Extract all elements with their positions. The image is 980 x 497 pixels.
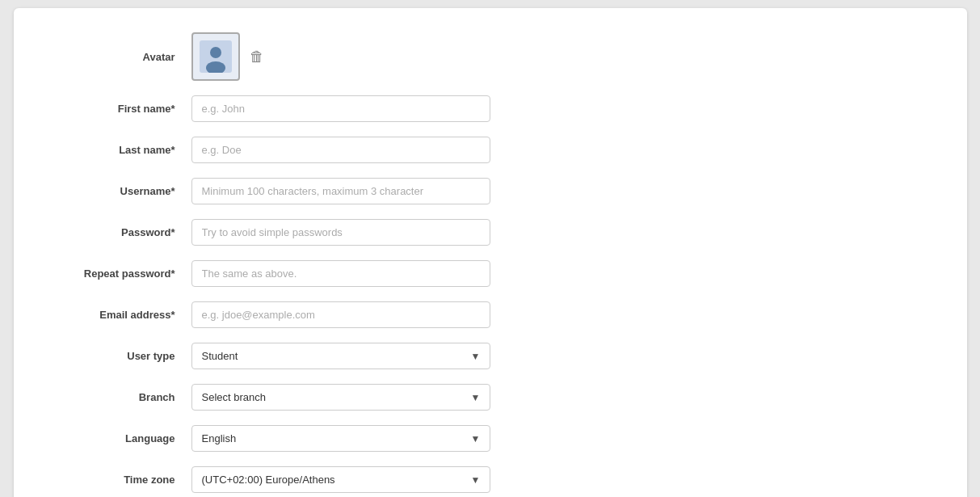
email-input[interactable] bbox=[191, 301, 490, 328]
first-name-input[interactable] bbox=[191, 95, 490, 122]
delete-avatar-icon[interactable]: 🗑 bbox=[250, 48, 264, 65]
svg-point-1 bbox=[210, 47, 221, 58]
email-label: Email address* bbox=[46, 309, 191, 321]
email-row: Email address* bbox=[46, 301, 935, 328]
timezone-select[interactable]: (UTC+02:00) Europe/Athens (UTC+00:00) UT… bbox=[191, 466, 490, 493]
last-name-row: Last name* bbox=[46, 137, 935, 163]
username-label: Username* bbox=[46, 185, 191, 197]
first-name-row: First name* bbox=[46, 95, 935, 122]
branch-row: Branch Select branch Branch 1 Branch 2 ▼ bbox=[46, 384, 935, 411]
user-type-label: User type bbox=[46, 350, 191, 362]
password-input[interactable] bbox=[191, 219, 490, 246]
last-name-label: Last name* bbox=[46, 144, 191, 156]
repeat-password-row: Repeat password* bbox=[46, 260, 935, 287]
repeat-password-label: Repeat password* bbox=[46, 267, 191, 280]
repeat-password-input[interactable] bbox=[191, 260, 490, 287]
user-type-select[interactable]: Student Teacher Admin bbox=[191, 343, 490, 369]
branch-select-wrapper: Select branch Branch 1 Branch 2 ▼ bbox=[191, 384, 490, 411]
password-row: Password* bbox=[46, 219, 935, 246]
avatar-section: 🗑 bbox=[191, 32, 264, 81]
user-type-row: User type Student Teacher Admin ▼ bbox=[46, 343, 935, 369]
branch-select[interactable]: Select branch Branch 1 Branch 2 bbox=[191, 384, 490, 411]
password-label: Password* bbox=[46, 226, 191, 238]
first-name-label: First name* bbox=[46, 103, 191, 115]
avatar-label: Avatar bbox=[46, 51, 191, 63]
username-row: Username* bbox=[46, 178, 935, 204]
language-label: Language bbox=[46, 432, 191, 444]
avatar-icon bbox=[200, 40, 232, 73]
timezone-label: Time zone bbox=[46, 474, 191, 486]
avatar-upload[interactable] bbox=[191, 32, 240, 81]
language-select-wrapper: English Greek French ▼ bbox=[191, 425, 490, 452]
username-input[interactable] bbox=[191, 178, 490, 204]
avatar-row: Avatar 🗑 bbox=[46, 32, 935, 81]
language-select[interactable]: English Greek French bbox=[191, 425, 490, 452]
timezone-select-wrapper: (UTC+02:00) Europe/Athens (UTC+00:00) UT… bbox=[191, 466, 490, 493]
branch-label: Branch bbox=[46, 391, 191, 403]
language-row: Language English Greek French ▼ bbox=[46, 425, 935, 452]
timezone-row: Time zone (UTC+02:00) Europe/Athens (UTC… bbox=[46, 466, 935, 493]
last-name-input[interactable] bbox=[191, 137, 490, 163]
user-type-select-wrapper: Student Teacher Admin ▼ bbox=[191, 343, 490, 369]
form-container: Avatar 🗑 First name* Last name* Username… bbox=[14, 8, 967, 497]
